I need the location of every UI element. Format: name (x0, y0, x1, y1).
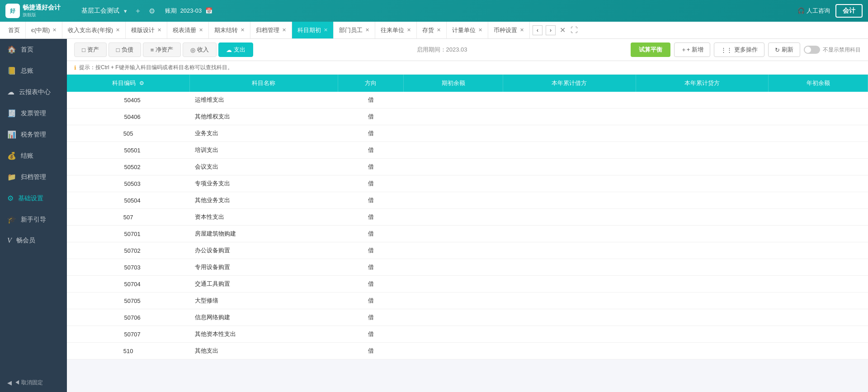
tab-close-icon[interactable]: ✕ (52, 27, 57, 33)
expand-icon[interactable]: ⛶ (571, 26, 578, 34)
table-row[interactable]: 50503专项业务支出借 (67, 175, 868, 192)
sub-tab-assets[interactable]: □ 资产 (74, 43, 107, 57)
more-btn[interactable]: ⋮⋮ 更多操作 (714, 43, 764, 57)
add-btn[interactable]: ＋ + 新增 (674, 43, 710, 57)
cell-ytd-credit (636, 309, 769, 326)
table-row[interactable]: 50406其他维权支出借 (67, 109, 868, 125)
calendar-icon[interactable]: 📅 (205, 7, 212, 14)
app-name: 畅捷通好会计 (23, 4, 61, 12)
col-code: 科目编码 ⚙ (67, 75, 189, 92)
sidebar-item-archive[interactable]: 📁 归档管理 (0, 166, 67, 188)
sidebar-item-close-accts[interactable]: 💰 结账 (0, 145, 67, 166)
tab-close-icon[interactable]: ✕ (365, 27, 369, 33)
switch-track[interactable] (804, 46, 820, 54)
tab-currency[interactable]: 币种设置 ✕ (488, 22, 530, 39)
cell-name: 其他业务支出 (189, 192, 338, 209)
tab-close-icon[interactable]: ✕ (437, 27, 441, 33)
tab-close-icon[interactable]: ✕ (478, 27, 482, 33)
table-row[interactable]: 50703专用设备购置借 (67, 259, 868, 276)
cell-ytd-credit (636, 276, 769, 293)
table-row[interactable]: 50504其他业务支出借 (67, 192, 868, 209)
main-layout: 🏠 首页 📒 总账 ☁ 云报表中心 🧾 发票管理 📊 税务管理 💰 结账 📁 归… (0, 39, 868, 392)
sidebar-item-home[interactable]: 🏠 首页 (0, 39, 67, 60)
sidebar-item-reports[interactable]: ☁ 云报表中心 (0, 81, 67, 103)
cell-direction: 借 (338, 309, 403, 326)
cell-code: 50504 (67, 192, 189, 209)
cell-ytd-debit (503, 92, 636, 109)
sub-tab-income[interactable]: ◎ 收入 (183, 43, 217, 57)
sidebar-item-basic-settings[interactable]: ⚙ 基础设置 (0, 188, 67, 209)
tab-homepage[interactable]: 首页 (3, 22, 26, 39)
tab-close-icon[interactable]: ✕ (199, 27, 203, 33)
tab-unit[interactable]: 计量单位 ✕ (447, 22, 488, 39)
cell-opening-balance (404, 192, 503, 209)
tab-close-icon[interactable]: ✕ (116, 27, 120, 33)
table-row[interactable]: 505业务支出借 (67, 125, 868, 142)
tab-close-icon[interactable]: ✕ (157, 27, 161, 33)
tab-template[interactable]: 模版设计 ✕ (126, 22, 167, 39)
sub-tab-expenditure[interactable]: ☁ 支出 (218, 43, 253, 57)
table-row[interactable]: 510其他支出借 (67, 343, 868, 359)
tab-inventory[interactable]: 存货 ✕ (417, 22, 447, 39)
tab-close-icon[interactable]: ✕ (282, 27, 286, 33)
cell-year-opening (769, 343, 868, 359)
tab-contacts[interactable]: 往来单位 ✕ (375, 22, 417, 39)
settings-icon[interactable]: ⚙ (149, 7, 155, 15)
tab-income-annual[interactable]: 收入支出表(年报) ✕ (62, 22, 126, 39)
table-row[interactable]: 507资本性支出借 (67, 209, 868, 226)
balance-btn[interactable]: 试算平衡 (631, 43, 670, 57)
table-row[interactable]: 50502会议支出借 (67, 159, 868, 175)
sidebar-item-tax[interactable]: 📊 税务管理 (0, 124, 67, 145)
cell-direction: 借 (338, 343, 403, 359)
table-row[interactable]: 50704交通工具购置借 (67, 276, 868, 293)
tab-subject-init[interactable]: 科目期初 ✕ (292, 22, 334, 39)
sidebar-item-ledger[interactable]: 📒 总账 (0, 60, 67, 81)
cell-ytd-credit (636, 92, 769, 109)
cell-opening-balance (404, 226, 503, 242)
cell-opening-balance (404, 259, 503, 276)
subjects-table: 科目编码 ⚙ 科目名称 方向 期初余额 本年累计借方 本年累计贷方 年初余额 5… (67, 75, 868, 359)
sidebar-item-guide[interactable]: 🎓 新手引导 (0, 209, 67, 230)
table-row[interactable]: 50707其他资本性支出借 (67, 326, 868, 343)
cell-code: 50707 (67, 326, 189, 343)
company-dropdown-icon[interactable]: ▾ (124, 8, 127, 14)
tab-archive[interactable]: 归档管理 ✕ (250, 22, 292, 39)
table-row[interactable]: 50706信息网络购建借 (67, 309, 868, 326)
cell-year-opening (769, 326, 868, 343)
sidebar-item-invoice[interactable]: 🧾 发票管理 (0, 103, 67, 124)
cell-year-opening (769, 142, 868, 159)
sub-tab-liabilities[interactable]: □ 负债 (108, 43, 141, 57)
cell-ytd-debit (503, 175, 636, 192)
tab-prev-btn[interactable]: ‹ (533, 25, 542, 35)
tab-close-icon[interactable]: ✕ (520, 27, 524, 33)
tab-tax-table[interactable]: 税表清册 ✕ (167, 22, 209, 39)
tab-period-end[interactable]: 期末结转 ✕ (209, 22, 250, 39)
table-row[interactable]: 50501培训支出借 (67, 142, 868, 159)
plus-icon: ＋ (681, 46, 687, 54)
cell-ytd-credit (636, 109, 769, 125)
tab-close-icon[interactable]: ✕ (407, 27, 411, 33)
toggle-disabled-subjects[interactable]: 不显示禁用科目 (804, 46, 861, 54)
table-row[interactable]: 50702办公设备购置借 (67, 242, 868, 259)
col-name: 科目名称 (189, 75, 338, 92)
table-row[interactable]: 50705大型修缮借 (67, 293, 868, 309)
sidebar-item-member[interactable]: V 畅会员 (0, 230, 67, 251)
refresh-btn[interactable]: ↻ 刷新 (768, 43, 800, 57)
close-all-tabs-icon[interactable]: ✕ (560, 26, 566, 34)
cell-ytd-credit (636, 242, 769, 259)
tab-dept-staff[interactable]: 部门员工 ✕ (334, 22, 375, 39)
tab-next-btn[interactable]: › (546, 25, 556, 35)
support-btn[interactable]: 🎧 人工咨询 (797, 7, 830, 15)
table-row[interactable]: 50405运维维支出借 (67, 92, 868, 109)
sidebar-collapse-btn[interactable]: ◀ ◀ 取消固定 (0, 373, 67, 392)
col-settings-icon[interactable]: ⚙ (139, 80, 144, 86)
sub-tab-net-assets[interactable]: ≡ 净资产 (143, 43, 181, 57)
add-tab-icon[interactable]: ＋ (134, 6, 142, 16)
table-row[interactable]: 50701房屋建筑物购建借 (67, 226, 868, 242)
accountant-btn[interactable]: 会计 (835, 4, 863, 18)
liabilities-icon: □ (116, 47, 120, 53)
tab-close-icon[interactable]: ✕ (324, 27, 328, 33)
cloud-icon: ☁ (7, 88, 14, 96)
tab-period-mid[interactable]: є(中期) ✕ (26, 22, 62, 39)
tab-close-icon[interactable]: ✕ (241, 27, 245, 33)
